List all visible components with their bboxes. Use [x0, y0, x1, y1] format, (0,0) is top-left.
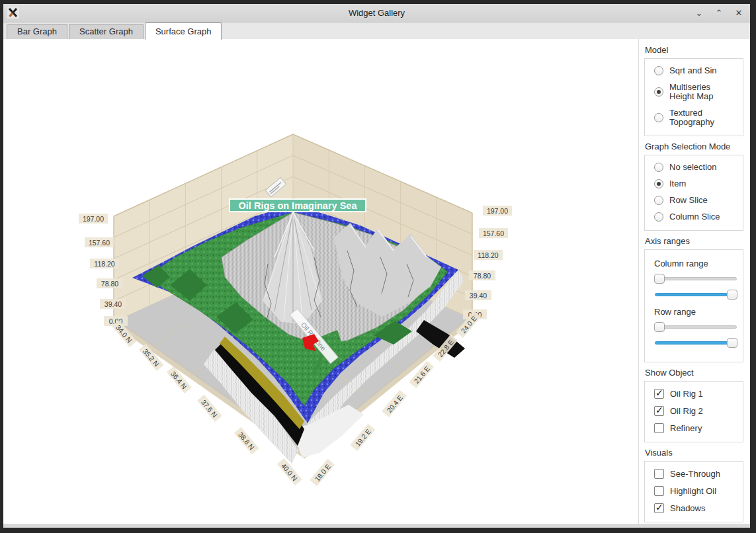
tab-bar-graph[interactable]: Bar Graph	[7, 24, 67, 39]
svg-text:19.2 E: 19.2 E	[353, 427, 372, 448]
window-title: Widget Gallery	[3, 4, 750, 22]
model-group: Sqrt and Sin Multiseries Height Map Text…	[644, 58, 743, 136]
radio-icon	[654, 179, 663, 188]
column-range-min-slider[interactable]	[654, 273, 737, 284]
tab-scatter-graph[interactable]: Scatter Graph	[69, 24, 144, 39]
column-range-label: Column range	[654, 259, 739, 268]
close-button[interactable]: ✕	[734, 8, 743, 18]
radio-item[interactable]: Item	[654, 179, 739, 188]
chart-title-banner: Oil Rigs on Imaginary Sea	[230, 199, 366, 212]
selection-mode-group: No selection Item Row Slice Column Slice	[644, 155, 743, 231]
radio-sqrt-and-sin[interactable]: Sqrt and Sin	[654, 66, 739, 75]
checkbox-shadows[interactable]: ✓ Shadows	[654, 503, 739, 513]
svg-text:78.80: 78.80	[101, 280, 118, 288]
radio-textured-topography[interactable]: Textured Topography	[654, 108, 739, 127]
radio-icon	[654, 212, 663, 222]
svg-text:18.0 E: 18.0 E	[313, 462, 332, 483]
radio-icon	[654, 113, 663, 122]
show-object-group-label: Show Object	[645, 368, 750, 378]
svg-text:118.20: 118.20	[94, 260, 114, 268]
checkbox-oil-rig-2[interactable]: ✓ Oil Rig 2	[654, 406, 739, 416]
checkbox-icon: ✓	[654, 389, 664, 399]
svg-text:20.4 E: 20.4 E	[385, 393, 404, 414]
tab-content: Oil Rig One Oil Rigs on Imaginary Sea 0.…	[3, 39, 750, 524]
row-range-max-slider[interactable]	[654, 337, 737, 348]
radio-column-slice[interactable]: Column Slice	[654, 212, 739, 222]
row-range-min-slider[interactable]	[654, 321, 737, 333]
svg-text:39.40: 39.40	[470, 292, 487, 300]
show-object-group: ✓ Oil Rig 1 ✓ Oil Rig 2 ✓ Refinery	[644, 381, 743, 442]
checkbox-icon: ✓	[654, 503, 664, 513]
svg-text:197.00: 197.00	[487, 207, 508, 215]
svg-text:Oil Rigs on Imaginary Sea: Oil Rigs on Imaginary Sea	[239, 200, 358, 211]
radio-icon	[654, 87, 663, 97]
svg-text:157.60: 157.60	[89, 239, 110, 247]
tab-surface-graph[interactable]: Surface Graph	[145, 22, 222, 40]
radio-icon	[654, 66, 663, 75]
control-panel: Model Sqrt and Sin Multiseries Height Ma…	[639, 39, 750, 524]
checkbox-oil-rig-1[interactable]: ✓ Oil Rig 1	[654, 389, 739, 399]
tab-bar: Bar Graph Scatter Graph Surface Graph	[3, 22, 750, 40]
surface-plot-3d[interactable]: Oil Rig One Oil Rigs on Imaginary Sea 0.…	[3, 39, 638, 524]
checkbox-icon: ✓	[654, 486, 664, 496]
slider-handle[interactable]	[654, 274, 665, 284]
row-range-label: Row range	[654, 307, 739, 317]
svg-text:157.60: 157.60	[483, 229, 504, 237]
checkbox-refinery[interactable]: ✓ Refinery	[654, 423, 739, 433]
selection-mode-group-label: Graph Selection Mode	[645, 142, 750, 151]
main-window: Widget Gallery ⌄ ⌃ ✕ Bar Graph Scatter G…	[3, 4, 750, 528]
visuals-group: ✓ See-Through ✓ Highlight Oil ✓ Shadows	[644, 461, 743, 522]
slider-handle[interactable]	[727, 338, 737, 348]
checkbox-icon: ✓	[654, 423, 664, 433]
checkbox-icon: ✓	[654, 406, 664, 416]
svg-text:39.40: 39.40	[105, 300, 122, 308]
visuals-group-label: Visuals	[645, 448, 750, 458]
surface-graph-view[interactable]: Oil Rig One Oil Rigs on Imaginary Sea 0.…	[3, 39, 639, 524]
checkbox-see-through[interactable]: ✓ See-Through	[654, 469, 739, 479]
svg-text:197.00: 197.00	[83, 215, 104, 223]
svg-text:118.20: 118.20	[478, 251, 498, 259]
checkbox-icon: ✓	[654, 469, 664, 479]
radio-multiseries-height-map[interactable]: Multiseries Height Map	[654, 83, 739, 101]
axis-ranges-group: Column range Row range	[644, 249, 743, 362]
checkbox-highlight-oil[interactable]: ✓ Highlight Oil	[654, 486, 739, 496]
title-bar[interactable]: Widget Gallery ⌄ ⌃ ✕	[3, 4, 750, 22]
slider-handle[interactable]	[654, 322, 665, 332]
axis-ranges-group-label: Axis ranges	[645, 236, 750, 246]
maximize-button[interactable]: ⌃	[714, 8, 724, 18]
minimize-button[interactable]: ⌄	[694, 8, 704, 18]
svg-text:78.80: 78.80	[474, 272, 491, 280]
radio-no-selection[interactable]: No selection	[654, 163, 739, 172]
radio-icon	[654, 196, 663, 205]
slider-handle[interactable]	[727, 290, 737, 300]
column-range-max-slider[interactable]	[654, 289, 737, 300]
model-group-label: Model	[645, 45, 750, 55]
radio-row-slice[interactable]: Row Slice	[654, 196, 739, 205]
radio-icon	[654, 163, 663, 172]
